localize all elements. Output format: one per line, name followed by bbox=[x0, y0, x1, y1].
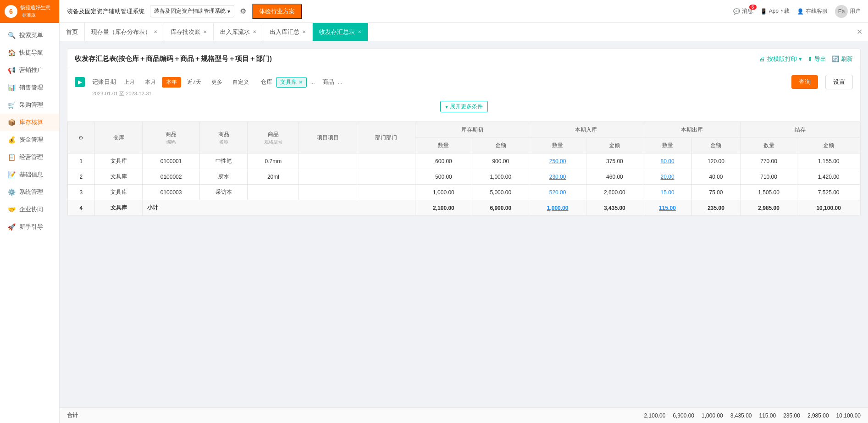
tab-close-icon[interactable]: ✕ bbox=[203, 29, 207, 34]
date-btn-custom[interactable]: 自定义 bbox=[228, 77, 253, 88]
logo-icon: 6 bbox=[5, 5, 17, 18]
warehouse-tag: 文具库 ✕ bbox=[276, 77, 307, 88]
print-icon: 🖨 bbox=[759, 55, 765, 62]
table-row: 3 文具库 0100003 采访本 1,000.00 5,000.00 520.… bbox=[68, 185, 860, 200]
service-icon: 👤 bbox=[797, 8, 804, 15]
date-btn-last-month[interactable]: 上月 bbox=[120, 77, 139, 88]
date-btn-more[interactable]: 更多 bbox=[207, 77, 227, 88]
online-service-button[interactable]: 👤 在线客服 bbox=[797, 7, 828, 15]
inventory-icon: 📦 bbox=[7, 118, 16, 126]
refresh-button[interactable]: 🔄 刷新 bbox=[832, 55, 853, 63]
total-opening-amount: 6,900.00 bbox=[673, 412, 694, 419]
sidebar-item-label: 采购管理 bbox=[19, 101, 43, 109]
tab-inventory-dist[interactable]: 现存量（库存分布表） ✕ bbox=[85, 23, 164, 41]
in-amount-header: 金额 bbox=[586, 138, 643, 154]
tab-close-all-button[interactable]: ✕ bbox=[851, 23, 868, 41]
table-settings-header[interactable]: ⚙ bbox=[68, 122, 95, 154]
balance-amount-header: 金额 bbox=[797, 138, 860, 154]
tab-flow[interactable]: 出入库流水 ✕ bbox=[214, 23, 263, 41]
tabbar: 首页 现存量（库存分布表） ✕ 库存批次账 ✕ 出入库流水 ✕ 出入库汇总 ✕ … bbox=[60, 23, 868, 41]
export-button[interactable]: ⬆ 导出 bbox=[807, 55, 826, 63]
tab-close-icon[interactable]: ✕ bbox=[302, 29, 306, 34]
topbar-right: 💬 消息 6 📱 App下载 👤 在线客服 Ea 用户 bbox=[733, 5, 861, 18]
date-btn-7days[interactable]: 近7天 bbox=[183, 77, 205, 88]
total-out-amount: 235.00 bbox=[783, 412, 800, 419]
date-filter: 记账日期 上月 本月 本年 近7天 更多 自定义 bbox=[92, 77, 253, 88]
opening-amount-header: 金额 bbox=[472, 138, 529, 154]
bottom-total-bar: 合计 2,100.00 6,900.00 1,000.00 3,435.00 1… bbox=[60, 407, 868, 423]
user-menu[interactable]: Ea 用户 bbox=[835, 5, 861, 18]
settings-icon[interactable]: ⚙ bbox=[240, 7, 246, 16]
goods-name-header: 商品名称 bbox=[199, 122, 248, 154]
sidebar-item-label: 经营管理 bbox=[19, 153, 43, 161]
trial-button[interactable]: 体验行业方案 bbox=[252, 4, 302, 19]
print-button[interactable]: 🖨 按模版打印 ▾ bbox=[759, 55, 802, 63]
tab-receipt-summary[interactable]: 收发存汇总表 ✕ bbox=[313, 23, 368, 41]
tab-summary[interactable]: 出入库汇总 ✕ bbox=[263, 23, 313, 41]
message-badge: 6 bbox=[749, 5, 757, 10]
in-qty-header: 数量 bbox=[529, 138, 586, 154]
sidebar-item-basic[interactable]: 📝 基础信息 bbox=[0, 166, 59, 183]
sidebar-item-marketing[interactable]: 📢 营销推广 bbox=[0, 61, 59, 79]
sidebar-item-collab[interactable]: 🤝 企业协同 bbox=[0, 201, 59, 218]
sidebar-item-sales[interactable]: 📊 销售管理 bbox=[0, 79, 59, 96]
chevron-down-icon: ▾ bbox=[227, 8, 230, 15]
tab-batch[interactable]: 库存批次账 ✕ bbox=[164, 23, 214, 41]
message-button[interactable]: 💬 消息 6 bbox=[733, 7, 753, 15]
sidebar-item-label: 搜索菜单 bbox=[19, 31, 43, 39]
sidebar-item-label: 企业协同 bbox=[19, 205, 43, 214]
chevron-down-icon: ▾ bbox=[799, 55, 802, 62]
total-in-qty: 1,000.00 bbox=[702, 412, 723, 419]
goods-code-header: 商品编码 bbox=[143, 122, 199, 154]
system-name: 装备及固定资产辅助管理系统 bbox=[67, 7, 144, 16]
out-amount-header: 金额 bbox=[692, 138, 741, 154]
date-btn-this-month[interactable]: 本月 bbox=[141, 77, 160, 88]
basic-icon: 📝 bbox=[7, 170, 16, 179]
tab-close-icon[interactable]: ✕ bbox=[253, 29, 256, 34]
warehouse-filter: 仓库 文具库 ✕ ... bbox=[260, 77, 315, 88]
department-header: 部门部门 bbox=[357, 122, 415, 154]
sidebar-item-quicknav[interactable]: 🏠 快捷导航 bbox=[0, 44, 59, 61]
app-name: 畅捷通好生意 bbox=[20, 4, 50, 11]
tab-close-icon[interactable]: ✕ bbox=[154, 29, 157, 34]
sidebar-item-search[interactable]: 🔍 搜索菜单 bbox=[0, 27, 59, 44]
sidebar-item-guide[interactable]: 🚀 新手引导 bbox=[0, 218, 59, 236]
app-download-button[interactable]: 📱 App下载 bbox=[760, 7, 790, 15]
purchase-icon: 🛒 bbox=[7, 101, 16, 109]
sidebar-item-label: 销售管理 bbox=[19, 83, 43, 92]
sidebar-item-label: 营销推广 bbox=[19, 66, 43, 74]
balance-header: 结存 bbox=[740, 122, 860, 138]
expand-icon: ▾ bbox=[445, 104, 448, 110]
opening-qty-header: 数量 bbox=[415, 138, 472, 154]
tab-close-icon[interactable]: ✕ bbox=[358, 29, 361, 34]
sidebar-item-label: 资金管理 bbox=[19, 136, 43, 144]
sidebar-item-finance[interactable]: 💰 资金管理 bbox=[0, 131, 59, 148]
finance-icon: 💰 bbox=[7, 136, 16, 144]
warehouse-more-btn[interactable]: ... bbox=[310, 79, 315, 85]
expand-filter-button[interactable]: ▾ 展开更多条件 bbox=[440, 101, 488, 112]
data-table: ⚙ 仓库 商品编码 商品名称 商品规格型号 项目项目 部门部门 库存期初 本期入… bbox=[67, 121, 861, 216]
page-title: 收发存汇总表(按仓库＋商品编码＋商品＋规格型号＋项目＋部门) bbox=[75, 55, 272, 63]
goods-more-btn[interactable]: ... bbox=[338, 79, 343, 85]
sidebar-item-label: 库存核算 bbox=[19, 118, 43, 126]
query-button[interactable]: 查询 bbox=[791, 75, 818, 89]
sidebar-item-system[interactable]: ⚙️ 系统管理 bbox=[0, 183, 59, 201]
sidebar-item-operations[interactable]: 📋 经营管理 bbox=[0, 148, 59, 166]
table-row: 1 文具库 0100001 中性笔 0.7mm 600.00 900.00 25… bbox=[68, 154, 860, 169]
tab-home[interactable]: 首页 bbox=[60, 23, 85, 41]
settings-btn[interactable]: 设置 bbox=[825, 75, 853, 89]
filter-toggle-icon[interactable]: ▶ bbox=[75, 77, 85, 87]
message-icon: 💬 bbox=[733, 8, 740, 15]
sidebar-item-purchase[interactable]: 🛒 采购管理 bbox=[0, 96, 59, 114]
topbar: 装备及固定资产辅助管理系统 装备及固定资产辅助管理系统 ▾ ⚙ 体验行业方案 💬… bbox=[60, 0, 868, 23]
operations-icon: 📋 bbox=[7, 153, 16, 161]
warehouse-remove-icon[interactable]: ✕ bbox=[299, 79, 303, 85]
topbar-left: 装备及固定资产辅助管理系统 装备及固定资产辅助管理系统 ▾ ⚙ 体验行业方案 bbox=[67, 4, 302, 19]
app-tag: 标准版 bbox=[20, 11, 38, 19]
system-selector[interactable]: 装备及固定资产辅助管理系统 ▾ bbox=[150, 5, 234, 17]
search-icon: 🔍 bbox=[7, 31, 16, 39]
total-opening-qty: 2,100.00 bbox=[644, 412, 666, 419]
sidebar-item-inventory[interactable]: 📦 库存核算 bbox=[0, 114, 59, 131]
total-out-qty: 115.00 bbox=[759, 412, 776, 419]
date-btn-this-year[interactable]: 本年 bbox=[162, 77, 181, 88]
